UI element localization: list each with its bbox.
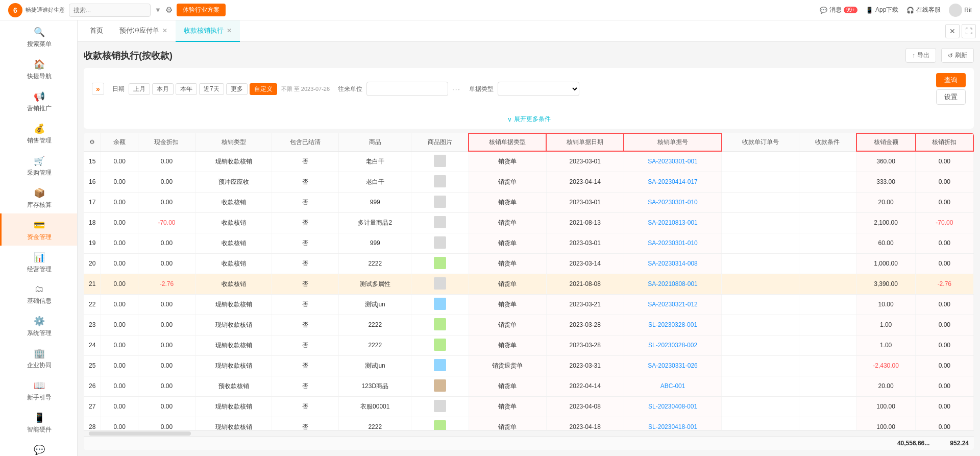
cell-doc-no[interactable]: ABC-001: [624, 376, 722, 396]
cell-doc-type: 销货单: [469, 233, 546, 253]
filter-settings-btn[interactable]: 设置: [936, 89, 966, 105]
tab-receiptnetting-close[interactable]: ✕: [227, 28, 232, 34]
sidebar-item-purchase[interactable]: 🛒 采购管理: [0, 149, 77, 181]
app-download-btn[interactable]: 📱 App下载: [866, 6, 898, 14]
doc-no-link[interactable]: SL-20230328-001: [648, 321, 697, 328]
cell-include-settled: 否: [272, 376, 339, 396]
sidebar-item-system[interactable]: ⚙️ 系统管理: [0, 309, 77, 342]
date-last-month[interactable]: 上月: [129, 83, 150, 95]
cell-product-img: [411, 335, 469, 355]
top-search-input[interactable]: [69, 4, 151, 17]
doc-no-link[interactable]: SA-20230301-010: [648, 199, 697, 206]
cell-balance: 0.00: [101, 233, 138, 253]
cell-doc-no[interactable]: SA-20210808-001: [624, 274, 722, 294]
cell-netting-amount: 2,100.00: [856, 212, 916, 233]
industry-btn[interactable]: 体验行业方案: [177, 4, 226, 16]
sidebar-label-fund: 资金管理: [27, 233, 52, 242]
expand-toggle-btn[interactable]: »: [92, 83, 104, 95]
doctype-filter: 单据类型: [469, 82, 579, 96]
doc-no-link[interactable]: SL-20230328-002: [648, 342, 697, 349]
cell-doc-no[interactable]: SL-20230418-001: [624, 417, 722, 430]
doctype-select[interactable]: [498, 82, 579, 96]
doc-no-link[interactable]: SA-20210808-001: [648, 280, 697, 287]
refresh-btn[interactable]: ↺ 刷新: [941, 48, 974, 63]
table-row: 25 0.00 0.00 现销收款核销 否 测试jun 销货退货单 2023-0…: [84, 355, 973, 376]
query-btn[interactable]: 查询: [936, 73, 966, 87]
cell-doc-no[interactable]: SL-20230328-001: [624, 315, 722, 335]
cell-doc-no[interactable]: SA-20230331-026: [624, 355, 722, 376]
doc-no-link[interactable]: SA-20230321-012: [648, 301, 697, 308]
cell-doc-no[interactable]: SA-20230301-010: [624, 192, 722, 212]
sidebar-item-marketing[interactable]: 📢 营销推广: [0, 85, 77, 117]
cell-doc-no[interactable]: SA-20230314-008: [624, 253, 722, 274]
sidebar-item-quicknav[interactable]: 🏠 快捷导航: [0, 53, 77, 85]
dropdown-arrow-icon[interactable]: ▼: [155, 6, 161, 14]
expand-conditions-btn[interactable]: ∨ 展开更多条件: [507, 115, 551, 124]
doc-no-link[interactable]: SA-20230331-026: [648, 362, 697, 369]
cell-receipt-order-no: [722, 376, 799, 396]
date-custom[interactable]: 自定义: [250, 83, 277, 95]
scroll-thumb[interactable]: [89, 431, 191, 436]
cell-cash-discount: 0.00: [138, 355, 195, 376]
service-icon: 🎧: [906, 7, 914, 14]
sidebar-item-operation[interactable]: 📊 经营管理: [0, 246, 77, 278]
date-7days[interactable]: 近7天: [199, 83, 224, 95]
cell-doc-no[interactable]: SA-20230301-010: [624, 233, 722, 253]
th-doc-no: 核销单据号: [624, 133, 722, 151]
cell-product: 999: [339, 192, 411, 212]
cell-doc-no[interactable]: SL-20230408-001: [624, 396, 722, 417]
doc-no-link[interactable]: SL-20230418-001: [648, 423, 697, 430]
sidebar-item-inventory[interactable]: 📦 库存核算: [0, 181, 77, 213]
tab-close-btn[interactable]: ✕: [945, 24, 960, 38]
cell-netting-amount: 1.00: [856, 315, 916, 335]
sidebar-item-fund[interactable]: 💳 资金管理: [0, 213, 77, 246]
doc-no-link[interactable]: SA-20230314-008: [648, 260, 697, 267]
export-btn[interactable]: ↑ 导出: [905, 48, 936, 63]
doc-no-link[interactable]: SL-20230408-001: [648, 403, 697, 410]
cell-doc-no[interactable]: SA-20230321-012: [624, 294, 722, 315]
brand: 6 畅捷通谁好生意: [8, 3, 65, 17]
cell-netting-amount: 3,390.00: [856, 274, 916, 294]
message-btn[interactable]: 💬 消息 99+: [820, 6, 857, 14]
cell-netting-type: 现销收款核销: [195, 355, 272, 376]
settings-icon[interactable]: ⚙: [165, 5, 173, 15]
cell-no: 24: [84, 335, 101, 355]
cell-include-settled: 否: [272, 355, 339, 376]
cell-doc-no[interactable]: SA-20230414-017: [624, 172, 722, 192]
doc-no-link[interactable]: SA-20230414-017: [648, 178, 697, 185]
cell-doc-no[interactable]: SL-20230328-002: [624, 335, 722, 355]
tab-prepay[interactable]: 预付冲应付单 ✕: [111, 20, 176, 42]
sidebar-item-wechat[interactable]: 💬 企业微信: [0, 438, 77, 456]
tab-prepay-close[interactable]: ✕: [162, 28, 167, 34]
tab-receiptnetting[interactable]: 收款核销执行 ✕: [176, 20, 240, 42]
doc-no-link[interactable]: ABC-001: [660, 382, 685, 390]
date-this-month[interactable]: 本月: [152, 83, 174, 95]
user-info[interactable]: Rit: [949, 4, 972, 17]
counterpart-input[interactable]: [366, 82, 448, 96]
date-more[interactable]: 更多: [226, 83, 248, 95]
sidebar-item-hardware[interactable]: 📱 智能硬件: [0, 406, 77, 438]
sidebar-item-search[interactable]: 🔍 搜索菜单: [0, 20, 77, 53]
sidebar-label-guide: 新手引导: [27, 393, 52, 402]
hardware-icon: 📱: [34, 412, 45, 423]
cell-doc-no[interactable]: SA-20230301-001: [624, 151, 722, 172]
th-settings[interactable]: ⚙: [84, 133, 101, 151]
table-wrapper[interactable]: ⚙ 余额 现金折扣 核销类型 包含已结清 商品 商品图片 核销单据类型 核销单据…: [84, 133, 974, 430]
home-icon: 🏠: [34, 59, 45, 70]
doc-no-link[interactable]: SA-20230301-010: [648, 239, 697, 247]
tab-maximize-btn[interactable]: ⛶: [962, 24, 976, 38]
sidebar-item-corp[interactable]: 🏢 企业协同: [0, 342, 77, 374]
date-this-year[interactable]: 本年: [176, 83, 197, 95]
cell-balance: 0.00: [101, 151, 138, 172]
sidebar-item-sales[interactable]: 💰 销售管理: [0, 117, 77, 149]
sidebar-item-guide[interactable]: 📖 新手引导: [0, 374, 77, 406]
doc-no-link[interactable]: SA-20230301-001: [648, 158, 697, 165]
export-icon: ↑: [912, 52, 915, 59]
cell-receipt-condition: [799, 172, 856, 192]
sidebar-item-basic[interactable]: 🗂 基础信息: [0, 278, 77, 309]
cell-doc-no[interactable]: SA-20210813-001: [624, 212, 722, 233]
doc-no-link[interactable]: SA-20210813-001: [648, 219, 697, 226]
online-service-btn[interactable]: 🎧 在线客服: [906, 6, 941, 14]
tab-home[interactable]: 首页: [82, 20, 111, 42]
table-scroll-bar[interactable]: [84, 430, 974, 436]
